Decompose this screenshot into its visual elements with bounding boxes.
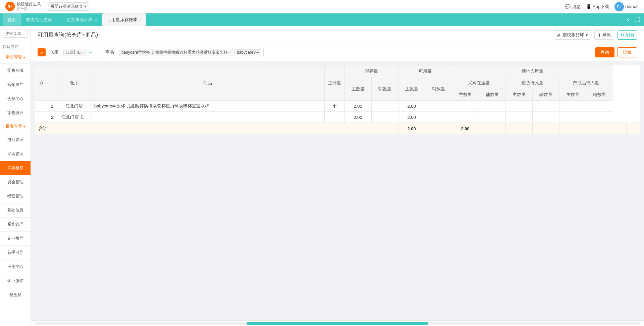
col-unit-header: 主计量 xyxy=(324,65,344,101)
tab-home[interactable]: 首页 xyxy=(3,13,21,26)
table-row: 1 江北门店 babycare学饮杯 儿童防摔防撞吸管杯重力球吸嘴杯宝宝水杯 个… xyxy=(35,101,640,112)
summary-stock-aux xyxy=(425,123,452,134)
filter-bar: » 仓库 江北门店 × ··· 商品 babycare学饮杯 儿童防摔防撞吸管杯… xyxy=(31,44,644,61)
col-incoming-aux-header: 辅数量 xyxy=(532,89,559,101)
sidebar-item-retail-mgmt[interactable]: 零售管理 xyxy=(0,51,31,64)
row-purchase-aux xyxy=(479,101,505,112)
page-title: 可用量查询(按仓库+商品) xyxy=(38,32,98,39)
tab-available-stock[interactable]: 可用量库存账本 × xyxy=(102,13,146,26)
summary-incoming-main xyxy=(559,123,586,134)
sidebar-item-wechat[interactable]: 企业微信 xyxy=(0,274,31,288)
tab-receive-send-close[interactable]: × xyxy=(54,18,56,22)
tab-order-stats[interactable]: 要货单统计表 × xyxy=(62,13,101,26)
sidebar-item-retail-stats[interactable]: 零售统计 xyxy=(0,106,31,120)
col-available-header: 可用量 xyxy=(398,65,452,77)
avatar: Ea xyxy=(614,2,624,11)
nav-close-btn[interactable]: × xyxy=(625,15,631,24)
print-label: 按模板打印 xyxy=(562,32,584,38)
col-stock-main-header: 主数量 xyxy=(344,77,371,101)
sidebar-item-wholesale-mgmt[interactable]: 批发管理 xyxy=(0,120,31,133)
col-product-header: 商品 xyxy=(91,65,325,101)
row-stock-aux xyxy=(371,101,398,112)
col-settings-header[interactable] xyxy=(35,65,47,101)
product-tag-1-close[interactable]: × xyxy=(229,50,231,54)
sidebar-item-marketing[interactable]: 营销推广 xyxy=(0,78,31,92)
row-production-aux xyxy=(586,101,613,112)
sidebar-item-enterprise[interactable]: 企业协同 xyxy=(0,232,31,246)
msg-icon: 💬 xyxy=(565,4,571,9)
filter-expand-button[interactable]: » xyxy=(38,48,46,56)
top-bar-left: 好 畅捷通好生意 标准版 母婴行业演示账套 xyxy=(5,2,89,11)
sidebar-item-guide[interactable]: 新手引导 xyxy=(0,246,31,260)
export-button[interactable]: ⬆ 导出 xyxy=(594,30,614,40)
wholesale-mgmt-chevron-icon xyxy=(23,124,25,129)
sidebar-item-quick-nav[interactable]: 快捷导航 xyxy=(0,41,31,51)
finance-label: 资金管理 xyxy=(7,180,23,184)
sidebar-item-member2[interactable]: 畅会员 xyxy=(0,288,31,302)
system-label: 系统管理 xyxy=(7,222,23,227)
sidebar-item-system[interactable]: 系统管理 xyxy=(0,218,31,232)
sidebar-item-basic-info[interactable]: 基础信息 xyxy=(0,203,31,218)
query-button[interactable]: 查询 xyxy=(595,47,614,57)
refresh-button[interactable]: ↻ 刷新 xyxy=(618,30,637,40)
warehouse-tag-text: 江北门店 xyxy=(66,50,82,55)
table-footer xyxy=(31,320,644,326)
settings-button[interactable]: 设置 xyxy=(617,47,637,57)
sidebar-item-ecommerce[interactable]: 电商管理 xyxy=(0,133,31,147)
col-production-aux-header: 辅数量 xyxy=(586,89,613,101)
sidebar-item-app-center[interactable]: 应用中心 xyxy=(0,260,31,274)
app-download-button[interactable]: 📱 App下载 xyxy=(586,4,609,10)
tab-receive-send[interactable]: 收发存汇总表 × xyxy=(21,13,61,26)
basic-info-label: 基础信息 xyxy=(7,208,23,213)
main-layout: 快捷导航 零售管理 零售商城 营销推广 会员中心 零售统计 批发管理 电商管理 … xyxy=(0,26,644,326)
filter-actions: 查询 设置 xyxy=(595,47,637,57)
row-unit: 个 xyxy=(324,101,344,112)
nav-expand-btn[interactable]: ⛶ xyxy=(633,15,641,24)
industry-selector[interactable]: 母婴行业演示账套 xyxy=(48,2,89,11)
warehouse-filter-more[interactable]: ··· xyxy=(89,50,92,55)
retail-store-label: 零售商城 xyxy=(7,68,23,73)
product-tag-container[interactable]: babycare学饮杯 儿童防摔防撞吸管杯重力球吸嘴杯宝宝水杯 × babyca… xyxy=(117,48,264,57)
settings-icon xyxy=(39,81,43,86)
tab-available-stock-close[interactable]: × xyxy=(140,18,142,22)
app-center-label: 应用中心 xyxy=(7,264,23,269)
row-warehouse: 江北门店【... xyxy=(57,112,91,123)
sidebar-item-inventory[interactable]: 库存核算 xyxy=(0,161,31,175)
summary-purchase-main xyxy=(505,123,532,134)
sidebar-item-retail-store[interactable]: 零售商城 xyxy=(0,64,31,78)
scrollbar-track[interactable] xyxy=(35,322,640,325)
table-container: 仓库 商品 主计量 现存量 可用量 预计入库量 主数量 辅数量 主数量 辅数量 … xyxy=(31,61,644,320)
warehouse-tag-close[interactable]: × xyxy=(83,50,85,54)
row-unit xyxy=(324,112,344,123)
sidebar-item-member[interactable]: 会员中心 xyxy=(0,92,31,106)
row-settings xyxy=(35,112,47,123)
username: demo2 xyxy=(625,4,639,9)
sidebar-item-operations[interactable]: 经营管理 xyxy=(0,189,31,203)
warehouse-tag-container[interactable]: 江北门店 × ··· xyxy=(61,48,101,57)
scrollbar-thumb xyxy=(247,322,428,325)
row-incoming-main xyxy=(505,101,532,112)
user-profile[interactable]: Ea demo2 xyxy=(614,2,639,11)
tab-order-stats-close[interactable]: × xyxy=(95,18,97,22)
row-index: 2 xyxy=(47,112,57,123)
warehouse-filter-label: 仓库 xyxy=(50,49,58,55)
product-filter-label: 商品 xyxy=(105,49,114,55)
summary-purchase-aux xyxy=(532,123,559,134)
product-tag-2: babycare?··· xyxy=(234,49,261,55)
member2-label: 畅会员 xyxy=(9,292,21,297)
row-incoming-main xyxy=(505,112,532,123)
row-purchase-main xyxy=(452,101,479,112)
sidebar-item-purchase[interactable]: 采购管理 xyxy=(0,147,31,161)
col-stock-aux-header: 辅数量 xyxy=(371,77,398,101)
data-table: 仓库 商品 主计量 现存量 可用量 预计入库量 主数量 辅数量 主数量 辅数量 … xyxy=(35,65,640,134)
col-forecast-header: 预计入库量 xyxy=(452,65,613,77)
print-button[interactable]: 🖨 按模板打印 xyxy=(554,30,591,40)
tab-receive-send-label: 收发存汇总表 xyxy=(26,17,52,23)
row-avail-main: 2.00 xyxy=(398,101,425,112)
msg-button[interactable]: 💬 消息 xyxy=(565,4,581,10)
col-production-group-header: 产成品待入量 xyxy=(559,77,613,89)
col-purchase-aux-header: 辅数量 xyxy=(479,89,505,101)
sidebar-item-finance[interactable]: 资金管理 xyxy=(0,175,31,189)
search-input[interactable] xyxy=(3,30,28,38)
summary-avail-aux xyxy=(479,123,505,134)
